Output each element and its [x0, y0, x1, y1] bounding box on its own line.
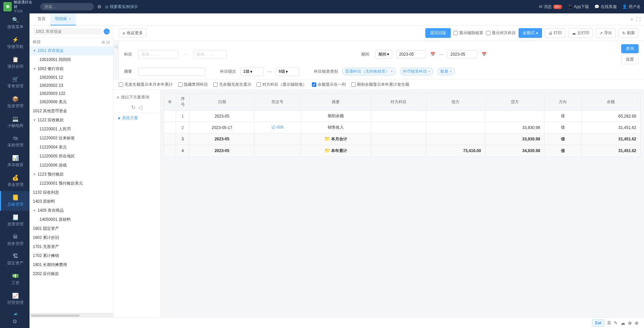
- account-item-1012[interactable]: 1012 其他货币资金: [30, 107, 113, 116]
- expand-all-btn[interactable]: ⊞: [102, 40, 105, 45]
- account-item-11220006[interactable]: 11220006 游戏: [30, 161, 113, 170]
- account-item-1801[interactable]: 1801 长期待摊费用: [30, 260, 113, 269]
- lang-btn[interactable]: 英: [607, 320, 611, 326]
- tab-detail[interactable]: 明细账 ×: [50, 13, 76, 25]
- voucher-style-btn[interactable]: 金额式 ▾: [519, 28, 542, 38]
- account-item-1701[interactable]: 1701 无形资产: [30, 242, 113, 251]
- show-aux-checkbox[interactable]: 显示辅助核算: [453, 30, 483, 36]
- account-item-10020001[interactable]: 10020001 12: [30, 73, 113, 81]
- account-item-10010001[interactable]: 10010001 同同同: [30, 55, 113, 64]
- account-item-1132[interactable]: 1132 应收利息: [30, 188, 113, 197]
- topbar-search-input[interactable]: [40, 3, 94, 10]
- subject-select-end[interactable]: 选择... …: [193, 50, 227, 59]
- level-to-select[interactable]: 6级 ▾: [276, 67, 299, 76]
- filter-collapse-btn[interactable]: ◁: [113, 41, 119, 79]
- account-search-input[interactable]: [36, 29, 99, 34]
- demo-link[interactable]: ◎ 我要看实例演示: [105, 4, 138, 10]
- account-item-11220001[interactable]: 11220001 人民币: [30, 125, 113, 134]
- query-btn[interactable]: 查询: [621, 44, 639, 53]
- account-item-10020006[interactable]: 10020006 美元: [30, 97, 113, 107]
- account-item-1122[interactable]: ▼ 1122 应收账款: [30, 116, 113, 125]
- close-page-btn[interactable]: ×: [631, 17, 633, 22]
- account-item-1702[interactable]: 1702 累计摊销: [30, 251, 113, 260]
- check-no-balance[interactable]: 无余额无发生显示: [213, 82, 251, 87]
- scheme-collapse-icon[interactable]: ◁: [138, 104, 142, 111]
- maximize-btn[interactable]: ⛶: [636, 17, 641, 22]
- account-item-11230001[interactable]: 11230001 预付账款美元: [30, 179, 113, 188]
- sidebar-item-operation[interactable]: 📈 经营管理: [0, 289, 30, 309]
- period-select[interactable]: 期间 ▾: [375, 50, 392, 59]
- check-hide-disabled[interactable]: 隐藏禁用科目: [178, 82, 208, 87]
- account-item-14050001[interactable]: 14050001 原材料: [30, 215, 113, 224]
- tab-close-icon[interactable]: ×: [69, 17, 71, 21]
- summary-input[interactable]: [138, 68, 205, 76]
- bottom-cloud-icon[interactable]: ☁: [621, 320, 625, 326]
- sidebar-item-accounting[interactable]: 📒 总账管理: [0, 191, 30, 211]
- expand-more-btn[interactable]: ∧ 收起更多: [119, 28, 147, 38]
- return-old-version-btn[interactable]: 退回旧版: [425, 28, 451, 38]
- refresh-btn[interactable]: ↻ 刷新: [619, 28, 639, 38]
- bottom-remove-icon[interactable]: ⊗: [635, 320, 639, 326]
- sidebar-item-salary[interactable]: 💵 工资: [0, 269, 30, 289]
- print-btn[interactable]: 🖨 打印: [545, 28, 566, 38]
- sidebar-item-retail[interactable]: 🛒 零售管理: [0, 73, 30, 92]
- user-avatar[interactable]: 👤 用户名: [622, 4, 641, 10]
- eat-btn[interactable]: Eat: [592, 319, 604, 327]
- check-no-amount[interactable]: 无发生额显示本月本年累计: [119, 82, 173, 87]
- bottom-add-icon[interactable]: ⊕: [628, 320, 632, 326]
- export-btn[interactable]: ↗ 导出: [596, 28, 616, 38]
- sidebar-item-assets[interactable]: 🏗 固定资产: [0, 250, 30, 269]
- sidebar-item-report[interactable]: 🧳 小畅报销: [0, 309, 30, 315]
- tag-quantity-close[interactable]: ×: [450, 70, 452, 73]
- collapse-all-btn[interactable]: ⊟: [106, 40, 110, 45]
- voucher-link-2[interactable]: 记-006: [271, 125, 283, 130]
- tag-foreign-close[interactable]: ×: [428, 70, 430, 73]
- sidebar-item-purchase[interactable]: 🛍 采购管理: [0, 132, 30, 151]
- sidebar-settings-button[interactable]: ⚙: [12, 318, 17, 325]
- account-item-10020002[interactable]: 10020002 23: [30, 81, 113, 89]
- account-item-2202[interactable]: 2202 应付账款: [30, 269, 113, 278]
- sidebar-item-invoice[interactable]: 🧾 发票管理: [0, 211, 30, 231]
- sidebar-item-shortcut[interactable]: ⚡ 快捷导航: [0, 33, 30, 53]
- account-item-1403[interactable]: 1403 原材料: [30, 197, 113, 206]
- show-opposite-checkbox[interactable]: 显示对方科目: [486, 30, 516, 36]
- period-start-input[interactable]: [396, 50, 426, 58]
- scheme-item-system[interactable]: 系统方案: [113, 113, 160, 123]
- account-item-1123[interactable]: ▼ 1123 预付账款: [30, 170, 113, 179]
- sidebar-item-inventory[interactable]: 📊 库存核算: [0, 151, 30, 171]
- account-item-1405[interactable]: ▼ 1405 库存商品: [30, 206, 113, 215]
- sidebar-item-wholesale[interactable]: 📦 批发管理: [0, 92, 30, 112]
- message-btn[interactable]: ✉ 消息 99+: [539, 4, 562, 10]
- col-header-settings[interactable]: ⚙: [164, 93, 176, 111]
- topbar-settings-btn[interactable]: ⚙: [97, 4, 102, 9]
- setting-btn[interactable]: 设置: [621, 55, 639, 64]
- online-service-btn[interactable]: 💬 在线客服: [594, 4, 617, 10]
- check-opposite-show[interactable]: 对方科目（显示辅助项）: [257, 82, 307, 87]
- cloud-print-btn[interactable]: ☁ 云打印: [568, 28, 593, 38]
- sidebar-item-ecommerce[interactable]: 💻 小畅电商: [0, 112, 30, 132]
- account-item-1001[interactable]: ▼ 1001 库存现金: [30, 46, 113, 55]
- account-item-11220005[interactable]: 11220005 所在地区: [30, 152, 113, 161]
- account-item-11220004[interactable]: 11220004 美元: [30, 143, 113, 152]
- app-download-btn[interactable]: 📱 App下载: [568, 4, 589, 10]
- account-item-1602[interactable]: 1602 累计折旧: [30, 233, 113, 242]
- account-item-10020003[interactable]: 10020003 122: [30, 89, 113, 97]
- account-item-1601[interactable]: 1601 固定资产: [30, 224, 113, 233]
- tag-normal-close[interactable]: ×: [391, 70, 393, 73]
- sidebar-item-search[interactable]: 🔍 搜索菜单: [0, 13, 30, 33]
- level-from-select[interactable]: 1级 ▾: [240, 67, 264, 76]
- check-balance-one-col[interactable]: 余额显示在一列: [312, 82, 346, 87]
- check-period-amount[interactable]: 期初余额显示本年累计发生额: [351, 82, 409, 87]
- sidebar-item-funds[interactable]: 💰 资金管理: [0, 171, 30, 191]
- sidebar-item-contract[interactable]: 📋 项目合同: [0, 53, 30, 73]
- sidebar-item-tax[interactable]: 🏛 税务管理: [0, 231, 30, 250]
- subject-select[interactable]: 选择... …: [138, 50, 178, 59]
- scheme-refresh-icon[interactable]: ↻: [131, 104, 136, 111]
- bottom-edit-icon[interactable]: ✎: [614, 320, 618, 326]
- account-nav-button[interactable]: →: [104, 28, 110, 35]
- account-item-1002[interactable]: ▼ 1002 银行存款: [30, 64, 113, 73]
- tab-home[interactable]: 首页: [33, 13, 50, 25]
- period-end-input[interactable]: [447, 50, 478, 58]
- account-scrollbar[interactable]: [30, 313, 113, 317]
- account-item-11220002[interactable]: 11220002 往来标签: [30, 134, 113, 143]
